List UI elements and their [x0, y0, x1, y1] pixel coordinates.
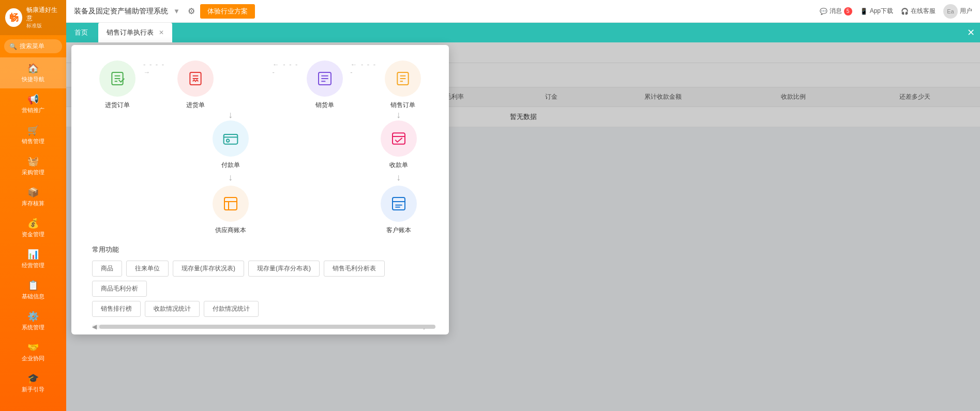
flow-row-1: 进货订单 - - - - → 进货单: [92, 60, 428, 110]
svg-rect-15: [223, 134, 237, 144]
message-btn[interactable]: 💬 消息 5: [820, 7, 852, 16]
down-arrow-receipt: ↓: [396, 172, 401, 183]
func-btn-receipt-stats[interactable]: 收款情况统计: [145, 301, 200, 317]
sidebar-item-basic-info[interactable]: 📋 基础信息: [0, 275, 66, 306]
flow-node-sales-slip[interactable]: 销货单: [299, 60, 350, 110]
down-arrow-payment: ↓: [228, 172, 233, 183]
header-right: 💬 消息 5 📱 App下载 🎧 在线客服 Ea 用户: [820, 4, 972, 19]
supplier-account-circle[interactable]: [213, 186, 249, 222]
down-arrow-purchase: ↓: [228, 110, 233, 120]
payment-slip-label: 付款单: [221, 161, 240, 170]
arrow-3: ← - - - -: [350, 60, 377, 85]
common-functions-title: 常用功能: [92, 245, 428, 254]
supplier-account-label: 供应商账本: [215, 226, 246, 235]
service-icon: 🎧: [901, 8, 909, 15]
purchase-slip-icon: [177, 60, 214, 97]
payment-slip-circle[interactable]: [213, 120, 249, 157]
common-functions: 常用功能 商品 往来单位 现存量(库存状况表) 现存量(库存分布表) 销售毛利分…: [92, 245, 428, 317]
sales-slip-down: ↓ 收款单 ↓: [369, 110, 428, 235]
sidebar-item-operations[interactable]: 📊 经营管理: [0, 243, 66, 275]
func-btn-sales-rank[interactable]: 销售排行榜: [92, 301, 141, 317]
user-menu[interactable]: Ea 用户: [943, 4, 972, 19]
operations-icon: 📊: [27, 249, 39, 260]
sidebar-item-finance[interactable]: 💰 资金管理: [0, 212, 66, 243]
scrollbar-thumb: [99, 325, 435, 329]
sidebar-item-newbie[interactable]: 🎓 新手引导: [0, 368, 66, 399]
func-btn-product-profit[interactable]: 商品毛利分析: [92, 281, 147, 297]
func-buttons-row2: 销售排行榜 收款情况统计 付款情况统计: [92, 301, 428, 317]
marketing-icon: 📢: [27, 94, 39, 105]
tabbar-close-button[interactable]: ✕: [967, 27, 975, 38]
dropdown-arrow-icon[interactable]: ▼: [173, 7, 180, 15]
tab-close-icon[interactable]: ✕: [159, 29, 164, 36]
flow-row-2-area: ↓ 付款单 ↓: [92, 110, 428, 235]
svg-rect-18: [224, 197, 237, 210]
arrow-2: ← - - - -: [273, 60, 299, 85]
basic-info-icon: 📋: [27, 280, 39, 291]
app-download-btn[interactable]: 📱 App下载: [860, 7, 893, 16]
search-menu[interactable]: 🔍 搜索菜单: [4, 39, 62, 53]
flow-modal: 进货订单 - - - - → 进货单: [71, 45, 449, 334]
tabbar: 首页 销售订单执行表 ✕ ✕: [66, 23, 980, 42]
sidebar: 畅 畅康通好生意 标准版 🔍 搜索菜单 🏠 快捷导航 📢 营销推广 🛒 销售管理…: [0, 0, 66, 411]
customer-account-circle[interactable]: [381, 186, 417, 222]
flow-node-purchase-order[interactable]: 进货订单: [92, 60, 143, 110]
header: 装备及固定资产辅助管理系统 ▼ ⚙ 体验行业方案 💬 消息 5 📱 App下载 …: [66, 0, 980, 23]
func-btn-payment-stats[interactable]: 付款情况统计: [204, 301, 259, 317]
sales-icon: 🛒: [27, 125, 39, 136]
sidebar-item-marketing[interactable]: 📢 营销推广: [0, 88, 66, 119]
func-buttons-row1: 商品 往来单位 现存量(库存状况表) 现存量(库存分布表) 销售毛利分析表 商品…: [92, 261, 428, 297]
sidebar-item-system[interactable]: ⚙️ 系统管理: [0, 306, 66, 337]
func-btn-stock-status[interactable]: 现存量(库存状况表): [173, 261, 244, 277]
message-badge: 5: [844, 7, 852, 16]
func-btn-stock-dist[interactable]: 现存量(库存分布表): [248, 261, 320, 277]
customer-account-label: 客户账本: [386, 226, 411, 235]
tab-home[interactable]: 首页: [66, 23, 96, 42]
receipt-slip-label: 收款单: [389, 161, 408, 170]
purchase-icon: 🧺: [27, 156, 39, 167]
arrow-1: - - - - →: [143, 60, 170, 85]
purchase-slip-label: 进货单: [186, 101, 205, 110]
down-arrow-sales: ↓: [396, 110, 401, 120]
sidebar-item-enterprise[interactable]: 🤝 企业协同: [0, 337, 66, 368]
flow-node-purchase-slip[interactable]: 进货单: [170, 60, 221, 110]
func-btn-sales-profit[interactable]: 销售毛利分析表: [324, 261, 385, 277]
func-btn-partner[interactable]: 往来单位: [126, 261, 169, 277]
message-icon: 💬: [820, 8, 827, 15]
settings-icon[interactable]: ⚙: [188, 6, 195, 16]
search-icon: 🔍: [9, 43, 17, 50]
home-icon: 🏠: [27, 63, 39, 74]
modal-overlay[interactable]: 进货订单 - - - - → 进货单: [66, 42, 980, 411]
sidebar-item-purchase[interactable]: 🧺 采购管理: [0, 150, 66, 181]
purchase-order-label: 进货订单: [105, 101, 130, 110]
sales-order-label: 销售订单: [390, 101, 415, 110]
app-logo-text: 畅康通好生意 标准版: [26, 6, 61, 29]
scrollbar-track[interactable]: [99, 325, 421, 329]
sidebar-item-sales[interactable]: 🛒 销售管理: [0, 119, 66, 150]
sidebar-item-quick-nav[interactable]: 🏠 快捷导航: [0, 57, 66, 88]
finance-icon: 💰: [27, 218, 39, 229]
tab-sales-order[interactable]: 销售订单执行表 ✕: [98, 23, 172, 42]
scroll-left-icon[interactable]: ◀: [92, 323, 97, 330]
download-icon: 📱: [860, 8, 868, 15]
sidebar-logo: 畅 畅康通好生意 标准版: [0, 0, 66, 35]
experience-btn[interactable]: 体验行业方案: [200, 4, 255, 19]
sidebar-item-inventory[interactable]: 📦 库存核算: [0, 181, 66, 212]
sidebar-nav: 🏠 快捷导航 📢 营销推广 🛒 销售管理 🧺 采购管理 📦 库存核算 💰 资金管…: [0, 57, 66, 411]
modal-scrollbar[interactable]: ◀ ▶: [92, 325, 428, 329]
flow-node-sales-order[interactable]: 销售订单: [377, 60, 428, 110]
sales-slip-icon: [307, 60, 343, 97]
sales-slip-label: 销货单: [315, 101, 334, 110]
newbie-icon: 🎓: [27, 373, 39, 384]
app-logo-icon: 畅: [5, 8, 22, 27]
user-avatar: Ea: [943, 4, 958, 19]
func-btn-product[interactable]: 商品: [92, 261, 122, 277]
svg-rect-23: [393, 197, 405, 210]
online-service-btn[interactable]: 🎧 在线客服: [901, 7, 936, 16]
receipt-slip-circle[interactable]: [381, 120, 417, 157]
system-title: 装备及固定资产辅助管理系统: [74, 7, 168, 16]
purchase-order-icon: [99, 60, 135, 97]
inventory-icon: 📦: [27, 187, 39, 198]
svg-point-17: [227, 139, 229, 142]
purchase-slip-down: ↓ 付款单 ↓: [201, 110, 260, 235]
